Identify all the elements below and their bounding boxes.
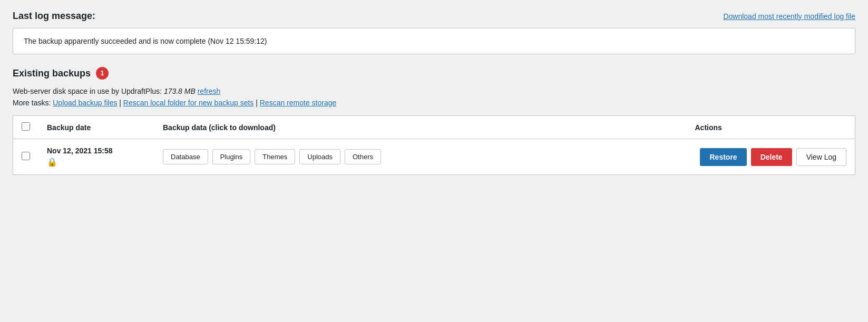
backup-table: Backup date Backup data (click to downlo… [13,115,855,175]
select-all-checkbox[interactable] [22,122,30,131]
table-row: Nov 12, 2021 15:58 🔒 Database Plugins Th… [13,139,855,175]
backup-table-head: Backup date Backup data (click to downlo… [13,116,855,139]
separator-2: | [256,99,260,107]
download-log-link[interactable]: Download most recently modified log file [723,12,855,21]
last-log-header: Last log message: Download most recently… [13,11,855,22]
backup-data-cell: Database Plugins Themes Uploads Others [154,139,687,175]
backup-date-cell: Nov 12, 2021 15:58 🔒 [38,139,154,175]
existing-backups-header: Existing backups 1 [13,67,855,80]
th-backup-date: Backup date [38,116,154,139]
existing-backups-section: Existing backups 1 Web-server disk space… [13,67,855,175]
disk-space-label: Web-server disk space in use by UpdraftP… [13,87,162,95]
lock-icon: 🔒 [47,158,57,167]
th-checkbox [13,116,39,139]
actions-cell: Restore Delete View Log [687,139,855,175]
backup-count-badge: 1 [96,67,109,80]
log-message-text: The backup apparently succeeded and is n… [24,37,267,45]
th-actions: Actions [687,116,855,139]
others-button[interactable]: Others [345,149,381,164]
rescan-local-link[interactable]: Rescan local folder for new backup sets [123,99,253,107]
backup-table-body: Nov 12, 2021 15:58 🔒 Database Plugins Th… [13,139,855,175]
rescan-remote-link[interactable]: Rescan remote storage [260,99,337,107]
restore-button[interactable]: Restore [700,148,746,166]
plugins-button[interactable]: Plugins [212,149,251,164]
upload-backup-link[interactable]: Upload backup files [53,99,117,107]
refresh-link[interactable]: refresh [198,87,221,95]
themes-button[interactable]: Themes [255,149,295,164]
th-backup-data: Backup data (click to download) [154,116,687,139]
last-log-title: Last log message: [13,11,95,22]
delete-button[interactable]: Delete [751,148,792,166]
database-button[interactable]: Database [163,149,208,164]
actions-group: Restore Delete View Log [695,148,847,166]
last-log-section: Last log message: Download most recently… [13,11,855,54]
row-checkbox-cell [13,139,39,175]
backup-table-header-row: Backup date Backup data (click to downlo… [13,116,855,139]
separator-1: | [119,99,123,107]
disk-space-row: Web-server disk space in use by UpdraftP… [13,87,855,95]
existing-backups-title: Existing backups [13,68,91,79]
view-log-button[interactable]: View Log [796,148,846,166]
more-tasks-label: More tasks: [13,99,51,107]
log-message-box: The backup apparently succeeded and is n… [13,28,855,54]
uploads-button[interactable]: Uploads [299,149,340,164]
backup-date-value: Nov 12, 2021 15:58 [47,147,146,155]
backup-data-buttons: Database Plugins Themes Uploads Others [163,149,678,164]
disk-space-value: 173.8 MB [164,87,196,95]
more-tasks-row: More tasks: Upload backup files | Rescan… [13,99,855,107]
row-checkbox[interactable] [22,152,30,160]
